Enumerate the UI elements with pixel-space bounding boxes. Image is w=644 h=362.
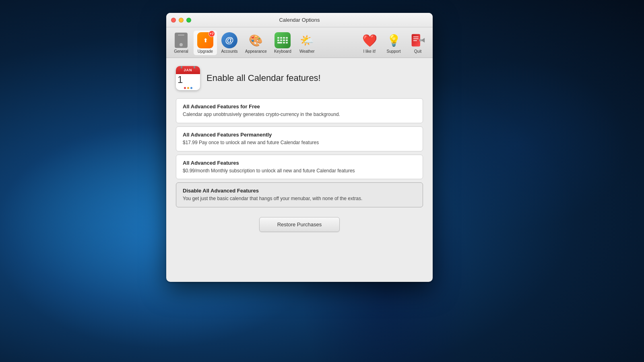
option-disable[interactable]: Disable All Advanced Features You get ju… [176,182,423,207]
svg-rect-3 [413,38,419,39]
lightbulb-icon: 💡 [386,32,402,48]
option-free-title: All Advanced Features for Free [183,103,416,110]
option-subscription-title: All Advanced Features [183,160,416,166]
heart-icon: ❤️ [361,32,378,48]
appearance-label: Appearance [245,49,267,54]
option-permanent-title: All Advanced Features Permanently [183,132,416,138]
toolbar-item-keyboard[interactable]: Keyboard [271,31,295,55]
calendar-icon: JAN 1 [176,66,200,90]
app-window: Calendar Options General ⬆ +7 Upgrade @ [166,13,433,282]
toolbar-item-appearance[interactable]: 🎨 Appearance [242,31,270,55]
toolbar: General ⬆ +7 Upgrade @ Accounts 🎨 Appear… [166,27,433,58]
option-permanent-desc: $17.99 Pay once to unlock all new and fu… [183,139,416,146]
toolbar-item-quit[interactable]: Quit [406,31,429,55]
upgrade-label: Upgrade [198,49,213,54]
calendar-month: JAN [176,66,200,74]
weather-label: Weather [299,49,315,54]
accounts-icon: @ [221,32,237,48]
toolbar-item-upgrade[interactable]: ⬆ +7 Upgrade [194,31,217,55]
window-title: Calendar Options [279,17,320,23]
option-free-desc: Calendar app unobtrusively generates cry… [183,111,416,118]
keyboard-label: Keyboard [274,49,291,54]
support-label: Support [386,49,400,54]
svg-rect-4 [413,40,417,41]
upgrade-header-title: Enable all Calendar features! [206,73,321,83]
toolbar-item-support[interactable]: 💡 Support [382,31,405,55]
upgrade-icon: ⬆ +7 [197,32,213,48]
upgrade-badge: +7 [208,31,215,37]
appearance-icon: 🎨 [248,32,264,48]
general-icon [173,32,189,48]
toolbar-item-accounts[interactable]: @ Accounts [218,31,241,55]
accounts-label: Accounts [221,49,237,54]
option-free[interactable]: All Advanced Features for Free Calendar … [176,98,423,123]
calendar-body: 1 [176,74,200,90]
minimize-button[interactable] [179,18,184,23]
option-permanent[interactable]: All Advanced Features Permanently $17.99… [176,126,423,151]
option-disable-desc: You get just the basic calendar that han… [183,195,416,202]
upgrade-content: JAN 1 Enable all Calendar features! All … [166,58,433,242]
restore-purchases-button[interactable]: Restore Purchases [259,217,340,232]
toolbar-item-ilike[interactable]: ❤️ I like it! [358,31,381,55]
keyboard-icon [275,32,291,48]
option-subscription-desc: $0.99/month Monthly subscription to unlo… [183,168,416,174]
option-subscription[interactable]: All Advanced Features $0.99/month Monthl… [176,155,423,180]
option-disable-title: Disable All Advanced Features [183,188,416,194]
quit-icon [410,32,426,48]
upgrade-header: JAN 1 Enable all Calendar features! [176,66,423,90]
svg-rect-2 [413,37,419,37]
general-label: General [174,49,188,54]
svg-rect-6 [419,39,422,41]
toolbar-item-weather[interactable]: 🌤️ Weather [295,31,319,55]
quit-label: Quit [414,49,421,54]
window-controls [171,18,191,23]
titlebar: Calendar Options [166,13,433,27]
maximize-button[interactable] [186,18,191,23]
ilike-label: I like it! [363,49,376,54]
toolbar-item-general[interactable]: General [169,31,193,55]
weather-icon: 🌤️ [299,32,315,48]
close-button[interactable] [171,18,176,23]
